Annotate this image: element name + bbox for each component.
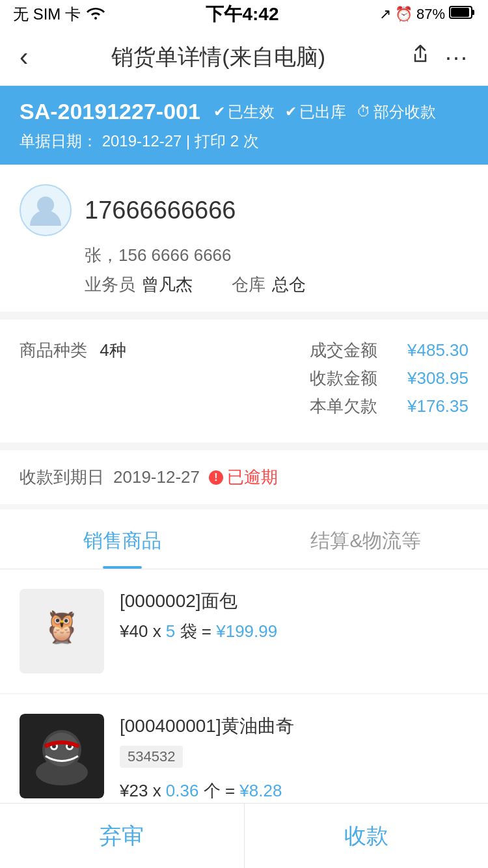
sales-value: 曾凡杰	[142, 273, 193, 296]
product-info-bread: [0000002]面包 ¥40 x 5 袋 = ¥199.99	[120, 589, 468, 643]
reject-button[interactable]: 弃审	[0, 804, 245, 868]
badge-effective: ✔ 已生效	[213, 102, 275, 122]
badge-shipped: ✔ 已出库	[285, 102, 346, 122]
nav-bar: ‹ 销货单详情(来自电脑) ···	[0, 29, 488, 86]
tab-sales-products[interactable]: 销售商品	[0, 509, 244, 569]
overdue-badge: ! 已逾期	[209, 466, 278, 489]
stats-left: 商品种类 4种	[20, 339, 126, 362]
check-icon-2: ✔	[285, 103, 297, 120]
back-button[interactable]: ‹	[20, 42, 28, 72]
transaction-value: ¥485.30	[390, 340, 468, 360]
warehouse-value: 总仓	[272, 273, 306, 296]
battery-text: 87%	[416, 6, 445, 23]
divider-1	[0, 313, 488, 319]
print-info: | 打印 2 次	[186, 132, 259, 150]
order-date: 单据日期： 2019-12-27 | 打印 2 次	[20, 131, 468, 152]
customer-top: 17666666666	[20, 184, 468, 236]
share-icon[interactable]	[409, 43, 432, 71]
due-label: 收款到期日	[20, 466, 104, 489]
transaction-row: 成交金额 ¥485.30	[310, 339, 468, 362]
customer-section: 17666666666 张，156 6666 6666 业务员 曾凡杰 仓库 总…	[0, 165, 488, 312]
product-thumb-bread: 🦉	[20, 589, 104, 673]
debt-label: 本单欠款	[310, 395, 377, 418]
overdue-icon: !	[209, 470, 223, 485]
nav-title: 销货单详情(来自电脑)	[111, 42, 325, 72]
product-item-bread: 🦉 [0000002]面包 ¥40 x 5 袋 = ¥199.99	[0, 569, 488, 693]
status-bar-time: 下午4:42	[206, 2, 278, 27]
stats-section: 商品种类 4种 成交金额 ¥485.30 收款金额 ¥308.95 本单欠款 ¥…	[0, 319, 488, 442]
due-value: 2019-12-27	[113, 467, 200, 487]
customer-meta: 业务员 曾凡杰 仓库 总仓	[20, 273, 468, 296]
stats-right: 成交金额 ¥485.30 收款金额 ¥308.95 本单欠款 ¥176.35	[310, 339, 468, 423]
product-info-cookie: [000400001]黄油曲奇 534532 ¥23 x 0.36 个 = ¥8…	[120, 714, 468, 802]
sales-label: 业务员	[85, 273, 135, 296]
signal-text: 无 SIM 卡	[13, 4, 81, 25]
product-name-bread: [0000002]面包	[120, 589, 468, 614]
order-header: SA-20191227-001 ✔ 已生效 ✔ 已出库 ⏱ 部分收款 单据日期：…	[0, 86, 488, 165]
due-section: 收款到期日 2019-12-27 ! 已逾期	[0, 450, 488, 504]
divider-2	[0, 444, 488, 450]
battery-icon	[449, 5, 475, 23]
debt-value: ¥176.35	[390, 396, 468, 416]
clock-icon: ⏱	[357, 103, 371, 120]
svg-rect-2	[451, 8, 469, 17]
product-price-cookie: ¥23 x 0.36 个 = ¥8.28	[120, 780, 468, 802]
avatar	[20, 184, 72, 236]
tab-bar: 销售商品 结算&物流等	[0, 509, 488, 569]
customer-sub: 张，156 6666 6666	[20, 244, 468, 267]
transaction-label: 成交金额	[310, 339, 377, 362]
check-icon-1: ✔	[213, 103, 225, 120]
warehouse-label: 仓库	[232, 273, 265, 296]
order-badges: ✔ 已生效 ✔ 已出库 ⏱ 部分收款	[213, 102, 436, 122]
sales-meta: 业务员 曾凡杰	[85, 273, 193, 296]
status-bar: 无 SIM 卡 下午4:42 ↗ ⏰ 87%	[0, 0, 488, 29]
warehouse-meta: 仓库 总仓	[232, 273, 306, 296]
status-bar-left: 无 SIM 卡	[13, 4, 105, 25]
received-row: 收款金额 ¥308.95	[310, 367, 468, 390]
wifi-icon	[86, 5, 105, 23]
received-label: 收款金额	[310, 367, 377, 390]
debt-row: 本单欠款 ¥176.35	[310, 395, 468, 418]
product-price-bread: ¥40 x 5 袋 = ¥199.99	[120, 620, 468, 643]
nav-icons: ···	[409, 43, 468, 71]
category-value: 4种	[100, 340, 126, 360]
product-name-cookie: [000400001]黄油曲奇	[120, 714, 468, 739]
customer-id: 17666666666	[85, 197, 236, 224]
product-tag-cookie: 534532	[120, 745, 468, 774]
overdue-text: 已逾期	[227, 466, 278, 489]
action-bar: 弃审 收款	[0, 803, 488, 868]
svg-rect-1	[472, 10, 474, 15]
order-id: SA-20191227-001	[20, 99, 200, 124]
tab-settlement[interactable]: 结算&物流等	[244, 509, 488, 569]
badge-partial: ⏱ 部分收款	[357, 102, 436, 122]
date-value: 2019-12-27	[102, 132, 182, 150]
status-bar-right: ↗ ⏰ 87%	[379, 5, 475, 23]
alarm-icon: ⏰	[395, 6, 413, 23]
location-icon: ↗	[379, 6, 391, 23]
received-value: ¥308.95	[390, 368, 468, 388]
svg-text:🦉: 🦉	[42, 608, 81, 645]
collect-button[interactable]: 收款	[245, 804, 489, 868]
product-thumb-cookie	[20, 714, 104, 798]
date-label: 单据日期：	[20, 132, 98, 150]
more-icon[interactable]: ···	[445, 44, 468, 71]
category-label: 商品种类	[20, 340, 87, 360]
product-list: 🦉 [0000002]面包 ¥40 x 5 袋 = ¥199.99	[0, 569, 488, 822]
